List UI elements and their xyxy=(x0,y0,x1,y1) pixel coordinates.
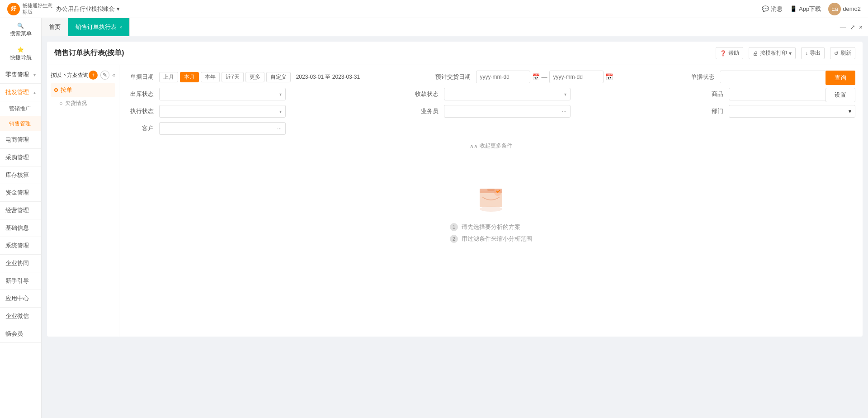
add-scheme-button[interactable]: + xyxy=(89,71,98,80)
expected-date-from-input[interactable] xyxy=(476,71,530,83)
tab-home[interactable]: 首页 xyxy=(42,18,68,36)
page-title: 销售订单执行表(按单) xyxy=(54,48,124,58)
tab-bar-actions: — ⤢ × xyxy=(840,24,868,31)
sidebar-item-retail[interactable]: 零售管理 ▾ xyxy=(0,66,41,84)
close-window-icon[interactable]: × xyxy=(859,24,863,31)
right-panel-inner: 查询 设置 单据日期 上月 本月 本年 近7天 更多 xyxy=(127,71,855,152)
logo-text: 畅捷通好生意 标版 xyxy=(23,3,52,14)
out-status-label: 出库状态 xyxy=(127,90,154,98)
export-icon: ↓ xyxy=(805,50,808,57)
top-bar: 好 畅捷通好生意 标版 办公用品行业模拟账套 ▾ 💬 消息 📱 App下载 Ea… xyxy=(0,0,868,18)
sidebar-item-corp-wechat[interactable]: 企业微信 xyxy=(0,308,41,325)
logo-icon: 好 xyxy=(7,3,20,15)
set-button[interactable]: 设置 xyxy=(826,88,855,102)
chevron-right-icon: ▾ xyxy=(33,72,36,77)
help-button[interactable]: ❓ 帮助 xyxy=(716,47,743,59)
sidebar-item-newbie[interactable]: 新手引导 xyxy=(0,272,41,290)
dept-arrow-icon: ▾ xyxy=(849,108,851,114)
left-panel-actions: + ✎ « xyxy=(89,71,115,80)
minimize-window-icon[interactable]: — xyxy=(840,24,846,31)
sidebar-item-search[interactable]: 🔍 搜索菜单 xyxy=(0,18,41,42)
date-label: 单据日期 xyxy=(127,73,154,81)
filter-row-4: 客户 ··· xyxy=(127,122,855,135)
filter-row-date: 单据日期 上月 本月 本年 近7天 更多 自定义 2023-03-01 至 20… xyxy=(127,71,855,83)
date-btn-more[interactable]: 更多 xyxy=(245,72,264,82)
out-status-arrow-icon: ▾ xyxy=(279,92,282,97)
calendar-icon-1: 📅 xyxy=(532,73,540,81)
scheme-sub-dot-icon xyxy=(60,102,62,105)
collapse-panel-button[interactable]: « xyxy=(112,72,115,78)
scheme-item-shortage[interactable]: 欠货情况 xyxy=(51,97,115,110)
left-panel: 按以下方案查询 + ✎ « 按单 欠货情况 xyxy=(47,65,119,337)
empty-steps: 1 请先选择要分析的方案 2 用过滤条件来缩小分析范围 xyxy=(450,223,532,247)
date-btn-last-month[interactable]: 上月 xyxy=(159,72,178,82)
sidebar-item-inventory[interactable]: 库存核算 xyxy=(0,166,41,184)
date-btn-this-year[interactable]: 本年 xyxy=(201,72,220,82)
query-actions: 查询 设置 xyxy=(826,71,855,102)
download-icon: 📱 xyxy=(790,5,797,12)
collapse-filter-icon: ∧∧ xyxy=(470,143,478,149)
sidebar-item-purchase[interactable]: 采购管理 xyxy=(0,149,41,166)
content-body: 按以下方案查询 + ✎ « 按单 欠货情况 xyxy=(47,65,863,337)
sidebar-item-base-info[interactable]: 基础信息 xyxy=(0,219,41,237)
page-header: 销售订单执行表(按单) ❓ 帮助 🖨 按模板打印 ▾ ↓ 导出 xyxy=(47,42,863,65)
exec-status-label: 执行状态 xyxy=(127,107,154,115)
salesman-input[interactable]: ··· xyxy=(444,105,571,118)
customer-input[interactable]: ··· xyxy=(159,122,286,135)
dept-label: 部门 xyxy=(696,107,723,115)
date-btn-custom[interactable]: 自定义 xyxy=(266,72,291,82)
refresh-button[interactable]: ↺ 刷新 xyxy=(830,47,855,59)
collapse-filter-button[interactable]: ∧∧ 收起更多条件 xyxy=(127,139,855,152)
export-button[interactable]: ↓ 导出 xyxy=(801,47,825,59)
collect-status-label: 收款状态 xyxy=(411,90,439,98)
sidebar: 🔍 搜索菜单 ⭐ 快捷导航 零售管理 ▾ 批发管理 ▴ 营销推广 销售管理 电商… xyxy=(0,18,42,418)
out-status-select[interactable]: ▾ xyxy=(159,88,286,100)
collect-status-arrow-icon: ▾ xyxy=(564,92,566,97)
print-button[interactable]: 🖨 按模板打印 ▾ xyxy=(749,47,796,59)
collect-status-select[interactable]: ▾ xyxy=(444,88,571,100)
sidebar-item-operations[interactable]: 经营管理 xyxy=(0,202,41,219)
print-icon: 🖨 xyxy=(753,50,758,57)
date-btn-this-month[interactable]: 本月 xyxy=(180,72,199,82)
refresh-icon: ↺ xyxy=(834,50,839,57)
user-avatar-button[interactable]: Ea demo2 xyxy=(828,3,861,15)
logo-area: 好 畅捷通好生意 标版 xyxy=(7,3,52,15)
customer-more-icon[interactable]: ··· xyxy=(277,125,282,132)
sidebar-item-member[interactable]: 畅会员 xyxy=(0,325,41,343)
date-btn-last-7days[interactable]: 近7天 xyxy=(222,72,244,82)
exec-status-arrow-icon: ▾ xyxy=(279,109,282,114)
tab-sales-exec[interactable]: 销售订单执行表 × xyxy=(68,18,130,36)
salesman-more-icon[interactable]: ··· xyxy=(562,108,566,114)
filter-row-3: 执行状态 ▾ 业务员 ··· 部门 xyxy=(127,105,855,118)
content-area: 首页 销售订单执行表 × — ⤢ × 销售订单执行表(按单) ❓ 帮助 xyxy=(42,18,868,418)
dept-select[interactable]: ▾ xyxy=(729,105,855,118)
right-panel: 查询 设置 单据日期 上月 本月 本年 近7天 更多 xyxy=(119,65,863,337)
sidebar-item-ecommerce[interactable]: 电商管理 xyxy=(0,131,41,149)
goods-label: 商品 xyxy=(696,90,723,98)
sidebar-item-corp-collab[interactable]: 企业协同 xyxy=(0,255,41,272)
left-panel-header: 按以下方案查询 + ✎ « xyxy=(51,71,115,80)
sidebar-item-app-center[interactable]: 应用中心 xyxy=(0,290,41,308)
doc-status-label: 单据状态 xyxy=(687,73,714,81)
sidebar-item-marketing[interactable]: 营销推广 xyxy=(0,101,41,116)
query-button[interactable]: 查询 xyxy=(826,71,855,85)
sidebar-item-sales-mgmt[interactable]: 销售管理 xyxy=(0,116,41,131)
maximize-window-icon[interactable]: ⤢ xyxy=(850,24,855,31)
exec-status-select[interactable]: ▾ xyxy=(159,105,286,118)
expected-date-label: 预计交货日期 xyxy=(434,73,471,81)
tab-close-icon[interactable]: × xyxy=(119,24,122,30)
app-download-button[interactable]: 📱 App下载 xyxy=(790,5,821,13)
expected-date-to-input[interactable] xyxy=(549,71,604,83)
date-shortcuts: 上月 本月 本年 近7天 更多 自定义 xyxy=(159,72,291,82)
search-icon: 🔍 xyxy=(17,23,24,29)
sidebar-item-finance[interactable]: 资金管理 xyxy=(0,184,41,202)
company-select[interactable]: 办公用品行业模拟账套 ▾ xyxy=(56,5,120,13)
sidebar-item-system[interactable]: 系统管理 xyxy=(0,237,41,255)
scheme-item-by-order[interactable]: 按单 xyxy=(51,83,115,97)
star-icon: ⭐ xyxy=(17,47,24,53)
chevron-down-icon-2: ▴ xyxy=(33,90,36,95)
edit-scheme-button[interactable]: ✎ xyxy=(100,71,109,80)
sidebar-item-shortcut[interactable]: ⭐ 快捷导航 xyxy=(0,42,41,66)
message-button[interactable]: 💬 消息 xyxy=(762,5,783,13)
sidebar-item-wholesale[interactable]: 批发管理 ▴ xyxy=(0,84,41,101)
